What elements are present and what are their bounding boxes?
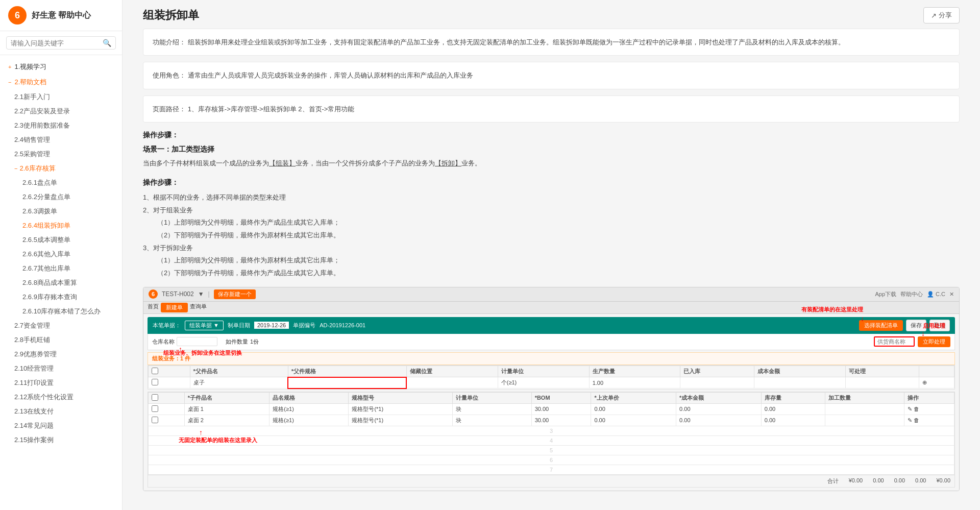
ss-op-icon-1[interactable]: ⊕ — [922, 379, 927, 385]
sidebar-item-install[interactable]: 2.2产品安装及登录 — [14, 104, 122, 118]
top-bar: 组装拆卸单 ↗ 分享 — [122, 0, 980, 29]
sidebar-item-video[interactable]: + 1.视频学习 — [0, 59, 122, 75]
ss-col-procqty: 加工数量 — [825, 392, 904, 403]
step3-sub1: （1）上部明细为父件明细，最终作为原材料生成其它出库单； — [157, 254, 960, 267]
search-icon[interactable]: 🔍 — [103, 39, 111, 47]
ss-logo: 6 — [149, 289, 158, 299]
ss-orange-btn-top[interactable]: 保存新建一个 — [214, 289, 256, 299]
sidebar-item-ops[interactable]: 2.10经营管理 — [14, 361, 122, 376]
sidebar-item-print[interactable]: 2.11打印设置 — [14, 376, 122, 390]
ss-select-all-top[interactable] — [152, 368, 158, 374]
intro-box: 功能介绍： 组装拆卸单用来处理企业组装或拆卸等加工业务，支持有固定装配清单的产品… — [143, 29, 960, 56]
ops-steps-label: 操作步骤： — [143, 178, 960, 187]
sidebar-item-mobile[interactable]: 2.8手机旺铺 — [14, 333, 122, 347]
ss-cell-cname-2: 桌面 2 — [184, 415, 270, 426]
sidebar-item-stockcheck[interactable]: 2.6.9库存账本查询 — [22, 290, 122, 304]
ss-warehouse-input[interactable] — [177, 337, 217, 346]
sidebar-item-costrecalc[interactable]: 2.6.8商品成本重算 — [22, 276, 122, 290]
ss-nav-query[interactable]: 查询单 — [190, 303, 207, 312]
sidebar-item-otherin[interactable]: 2.6.6其他入库单 — [22, 247, 122, 261]
sidebar-item-prepare[interactable]: 2.3使用前数据准备 — [14, 118, 122, 133]
ss-cell-brandname-2: 规格(≥1) — [270, 415, 349, 426]
ss-op-del-2[interactable]: 🗑 — [914, 417, 919, 423]
sidebar-item-adjust[interactable]: 2.6.3调拨单 — [22, 204, 122, 218]
ss-cell-cost-1 — [754, 377, 845, 388]
ss-cell-unit2-2: 块 — [452, 415, 531, 426]
sidebar-item-inventory[interactable]: − 2.6库存核算 — [14, 161, 122, 176]
annotation-no-bom: 无固定装配单的组装在这里录入 — [179, 436, 257, 444]
sidebar-item-coupon[interactable]: 2.9优惠券管理 — [14, 347, 122, 361]
ss-bom-btn[interactable]: 选择装配清单 — [859, 320, 903, 331]
ss-content-area: 本笔单据： 组装单据 ▼ 制单日期 2019-12-26 单据编号 AD-201… — [143, 314, 959, 491]
table-row: 6 — [149, 455, 954, 465]
sidebar-item-newcomer[interactable]: 2.1新手入门 — [14, 90, 122, 104]
ss-docno-label: 单据编号 — [293, 322, 315, 329]
sidebar-item-sales[interactable]: 2.4销售管理 — [14, 133, 122, 147]
sidebar-item-capital[interactable]: 2.7资金管理 — [14, 319, 122, 333]
ss-col-cb2 — [149, 392, 185, 403]
ss-col-parent-spec: *父件规格 — [288, 366, 406, 377]
ss-field1-label: 仓库名称 — [152, 338, 175, 346]
share-button[interactable]: ↗ 分享 — [923, 7, 960, 23]
sidebar-item-cases[interactable]: 2.15操作案例 — [14, 433, 122, 447]
ss-footer-label: 合计 — [827, 477, 839, 485]
ss-select-all-bot[interactable] — [152, 394, 158, 401]
ss-cell-brandname-1: 规格(≥1) — [270, 403, 349, 415]
ss-col-parent-name: *父件品名 — [190, 366, 288, 377]
ss-nav-new[interactable]: 新建单 — [161, 303, 188, 312]
ss-process-area: 启用处理 ↓ 立即处理 — [874, 336, 950, 347]
ss-titlebar-text: TEST-H002 — [162, 290, 194, 298]
ss-row-check-1[interactable] — [152, 379, 158, 385]
arrow-no-bom: ↑ — [199, 428, 203, 436]
sidebar-item-onlinepay[interactable]: 2.13在线支付 — [14, 404, 122, 419]
sidebar-item-personalize[interactable]: 2.12系统个性化设置 — [14, 390, 122, 404]
search-wrap: 🔍 — [6, 36, 116, 50]
intro-label: 功能介绍： — [153, 38, 186, 46]
table-row: 5 — [149, 445, 954, 455]
ss-close-icon[interactable]: ✕ — [949, 291, 954, 298]
sidebar-item-faq[interactable]: 2.14常见问题 — [14, 419, 122, 433]
ss-col-cname: *子件品名 — [184, 392, 270, 403]
search-input[interactable] — [11, 39, 103, 47]
ss-type-toggle[interactable]: 组装单据 ▼ — [185, 321, 224, 330]
sidebar-item-partialsplit[interactable]: 2.6.2分量盘点单 — [22, 190, 122, 204]
ss-op-del-1[interactable]: 🗑 — [914, 406, 919, 412]
table-row: 桌面 1 规格(≥1) 规格型号(*1) 块 30.00 0.00 0.00 0… — [149, 403, 954, 415]
sidebar-item-assembly[interactable]: 2.6.4组装拆卸单 — [22, 218, 122, 233]
ss-cell-pspec-1 — [288, 377, 406, 388]
ss-cell-procqty-1 — [825, 403, 904, 415]
ss-row-check-b2[interactable] — [152, 417, 158, 423]
ss-field-1: 仓库名称 — [152, 337, 217, 346]
sidebar-item-costadj[interactable]: 2.6.5成本调整单 — [22, 233, 122, 247]
ss-cell-avail-1 — [845, 377, 919, 388]
ss-cell-bom-1: 30.00 — [531, 403, 591, 415]
sidebar-item-purchase[interactable]: 2.5采购管理 — [14, 147, 122, 161]
screenshot-container: 6 TEST-H002 ▼ | 保存新建一个 App下载 帮助中心 👤 C.C … — [143, 287, 960, 491]
ss-process-input[interactable] — [874, 336, 915, 347]
ss-col-ops-top — [919, 366, 954, 377]
ss-op-edit-2[interactable]: ✎ — [908, 417, 912, 423]
ss-pspec-input-1[interactable] — [291, 380, 322, 386]
ss-row-check-b1[interactable] — [152, 405, 158, 412]
ss-footer-totals: 合计 ¥0.00 0.00 0.00 0.00 ¥0.00 — [148, 475, 955, 488]
step2-sub2: （2）下部明细为子件明细，最终作为原材料生成其它出库单。 — [157, 229, 960, 242]
main-content: 组装拆卸单 ↗ 分享 功能介绍： 组装拆卸单用来处理企业组装或拆卸等加工业务，支… — [122, 0, 980, 510]
ss-help-icon: 帮助中心 — [900, 290, 923, 298]
sidebar-item-stockcount[interactable]: 2.6.1盘点单 — [22, 176, 122, 190]
ss-op-edit-1[interactable]: ✎ — [908, 406, 912, 412]
sidebar-item-otherout[interactable]: 2.6.7其他出库单 — [22, 261, 122, 276]
step2: 2、对于组装业务 — [143, 204, 960, 217]
content-area: 功能介绍： 组装拆卸单用来处理企业组装或拆卸等加工业务，支持有固定装配清单的产品… — [122, 29, 980, 510]
ss-nav-home[interactable]: 首页 — [148, 303, 159, 312]
share-icon: ↗ — [931, 12, 937, 19]
role-text: 通常由生产人员或库管人员完成拆装业务的操作，库管人员确认原材料的出库和产成品的入… — [188, 71, 473, 79]
ss-cell-bom-2: 30.00 — [531, 415, 591, 426]
ss-col-spectype: 规格型号 — [349, 392, 452, 403]
ss-col-lastprice: *上次单价 — [591, 392, 676, 403]
sidebar-item-docs[interactable]: − 2.帮助文档 — [0, 75, 122, 90]
arrow-process: ↓ — [921, 329, 925, 337]
ss-process-btn[interactable]: 立即处理 — [918, 336, 950, 347]
logo-icon: 6 — [8, 6, 27, 25]
ss-total-proc: 0.00 — [915, 477, 926, 485]
sidebar-item-stockerr[interactable]: 2.6.10库存账本错了怎么办 — [22, 304, 122, 319]
